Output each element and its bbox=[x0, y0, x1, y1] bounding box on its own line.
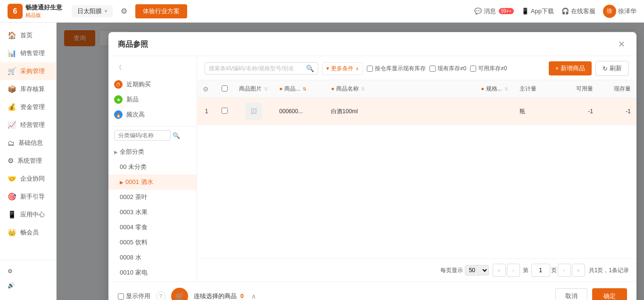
cat-item-0003[interactable]: 0003 水果 bbox=[108, 205, 197, 220]
cancel-button[interactable]: 取消 bbox=[555, 288, 587, 300]
row-checkbox[interactable] bbox=[222, 108, 228, 114]
sidebar-item-basic[interactable]: 🗂 基础信息 bbox=[0, 134, 56, 152]
th-avail: 可用量 bbox=[552, 80, 599, 98]
messages-button[interactable]: 💬 消息 99++ bbox=[474, 7, 514, 16]
cell-spec bbox=[475, 98, 514, 125]
cat-item-all[interactable]: ▶ 全部分类 bbox=[108, 144, 197, 159]
sidebar-item-purchase[interactable]: 🛒 采购管理 bbox=[0, 62, 56, 80]
page-prev-button[interactable]: ‹ bbox=[507, 264, 520, 277]
page-first-button[interactable]: « bbox=[493, 264, 506, 277]
product-image: 🖼 bbox=[245, 103, 262, 120]
user-profile[interactable]: 徐 徐泽华 bbox=[603, 5, 636, 18]
product-search-button[interactable]: 🔍 bbox=[306, 65, 314, 72]
refresh-button[interactable]: ↻ 刷新 bbox=[595, 61, 629, 76]
product-search-input[interactable] bbox=[209, 65, 303, 72]
message-icon: 💬 bbox=[474, 8, 482, 15]
cart-button[interactable]: 🛒 bbox=[171, 288, 188, 300]
page-size-select-input[interactable]: 50 10 20 100 bbox=[465, 265, 489, 275]
th-spec: ● 规格... ⇅ bbox=[475, 80, 514, 98]
table-settings-button[interactable]: ⚙ bbox=[203, 85, 209, 93]
warehouse-display-checkbox[interactable]: 按仓库显示现有库存 bbox=[367, 65, 426, 73]
modal-footer: 显示停用 ? 🛒 连续选择的商品 0 ∧ 取消 确定 bbox=[108, 282, 636, 300]
avail-ne0-checkbox[interactable]: 可用库存≠0 bbox=[470, 65, 507, 73]
avail-ne0-input[interactable] bbox=[470, 66, 476, 72]
quick-item-recent[interactable]: ⏱ 近期购买 bbox=[108, 77, 197, 92]
sidebar-item-inventory[interactable]: 📦 库存核算 bbox=[0, 80, 56, 98]
sidebar-item-sales[interactable]: 📊 销售管理 bbox=[0, 44, 56, 62]
page-next-button[interactable]: › bbox=[558, 264, 571, 277]
sidebar-volume-btn[interactable]: 🔊 bbox=[0, 278, 56, 292]
settings-button[interactable]: ⚙ bbox=[116, 4, 132, 19]
cat-item-0002[interactable]: 0002 茶叶 bbox=[108, 190, 197, 205]
headset-icon: 🎧 bbox=[561, 8, 569, 15]
top-nav: 6 畅捷通好生意 精品版 日太阳膜 ▾ ⚙ 体验行业方案 💬 消息 99++ 📱… bbox=[0, 0, 644, 23]
cell-name: 白酒100ml bbox=[325, 98, 475, 125]
category-search-button[interactable]: 🔍 bbox=[173, 132, 180, 139]
trial-button[interactable]: 体验行业方案 bbox=[135, 4, 187, 18]
user-avatar: 徐 bbox=[603, 5, 616, 18]
th-image: 商品图片 ⇅ bbox=[233, 80, 273, 98]
help-button[interactable]: ? bbox=[156, 292, 165, 300]
cart-count-badge: 0 bbox=[240, 292, 244, 300]
nav-dropdown[interactable]: 日太阳膜 ▾ bbox=[72, 5, 113, 17]
cell-code: 000600... bbox=[273, 98, 325, 125]
page-last-button[interactable]: » bbox=[572, 264, 585, 277]
sidebar-settings-btn[interactable]: ⚙ bbox=[0, 264, 56, 278]
new-icon: ★ bbox=[114, 95, 123, 104]
warehouse-checkbox-input[interactable] bbox=[367, 66, 373, 72]
home-icon: 🏠 bbox=[8, 31, 17, 40]
online-service-button[interactable]: 🎧 在线客服 bbox=[561, 7, 595, 16]
add-product-button[interactable]: + 新增商品 bbox=[549, 61, 592, 75]
modal-title: 商品参照 bbox=[118, 40, 148, 50]
cat-item-0005[interactable]: 0005 饮料 bbox=[108, 235, 197, 250]
logo-text: 畅捷通好生意 精品版 bbox=[25, 3, 62, 19]
page-number-input[interactable] bbox=[531, 264, 550, 277]
show-disabled-input[interactable] bbox=[118, 293, 124, 300]
sidebar: 🏠 首页 📊 销售管理 🛒 采购管理 📦 库存核算 💰 资金管理 📈 经营管理 … bbox=[0, 23, 57, 300]
sidebar-item-collab[interactable]: 🤝 企业协同 bbox=[0, 170, 56, 188]
sidebar-item-home[interactable]: 🏠 首页 bbox=[0, 26, 56, 44]
modal-close-button[interactable]: ✕ bbox=[616, 39, 627, 50]
table-row[interactable]: 1 🖼 000600... 白酒100ml bbox=[197, 98, 636, 125]
footer-collapse-button[interactable]: ∧ bbox=[251, 292, 256, 300]
sort-image-icon: ⇅ bbox=[264, 86, 268, 92]
confirm-button[interactable]: 确定 bbox=[592, 288, 627, 300]
app-download-button[interactable]: 📱 App下载 bbox=[521, 7, 554, 16]
sidebar-item-operations[interactable]: 📈 经营管理 bbox=[0, 116, 56, 134]
th-code: ● 商品... ⇅ bbox=[273, 80, 325, 98]
more-filters-button[interactable]: ▾ 更多条件 ∧ bbox=[322, 62, 363, 75]
phone-icon: 📱 bbox=[521, 8, 529, 15]
member-icon: 👑 bbox=[8, 228, 17, 237]
guide-icon: 🎯 bbox=[8, 192, 17, 201]
purchase-icon: 🛒 bbox=[8, 67, 17, 75]
cat-item-0001[interactable]: ▶ 0001 酒水 bbox=[108, 175, 197, 190]
modal-body: 《 ⏱ 近期购买 ★ 新品 🔥 bbox=[108, 56, 636, 282]
pagination-bar: 每页显示 50 10 20 100 « ‹ 第 bbox=[197, 258, 636, 282]
sidebar-item-guide[interactable]: 🎯 新手引导 bbox=[0, 188, 56, 206]
refresh-icon: ↻ bbox=[603, 65, 608, 72]
cat-item-00[interactable]: 00 未分类 bbox=[108, 159, 197, 175]
sidebar-item-system[interactable]: ⚙ 系统管理 bbox=[0, 152, 56, 170]
apps-icon: 📱 bbox=[8, 210, 17, 219]
quick-item-new[interactable]: ★ 新品 bbox=[108, 92, 197, 107]
collab-icon: 🤝 bbox=[8, 175, 17, 183]
category-search-input[interactable] bbox=[114, 130, 171, 141]
cat-item-0010[interactable]: 0010 家电 bbox=[108, 265, 197, 280]
quick-access-section: ⏱ 近期购买 ★ 新品 🔥 频次高 bbox=[108, 75, 197, 124]
collapse-category-button[interactable]: 《 bbox=[114, 63, 124, 72]
stock-ne0-checkbox[interactable]: 现有库存≠0 bbox=[429, 65, 466, 73]
category-divider bbox=[108, 126, 197, 126]
quick-item-frequent[interactable]: 🔥 频次高 bbox=[108, 107, 197, 122]
cat-item-0008[interactable]: 0008 水 bbox=[108, 250, 197, 265]
sidebar-item-finance[interactable]: 💰 资金管理 bbox=[0, 98, 56, 116]
cat-item-0004[interactable]: 0004 零食 bbox=[108, 220, 197, 235]
select-all-checkbox[interactable] bbox=[222, 85, 228, 92]
sidebar-item-member[interactable]: 👑 畅会员 bbox=[0, 224, 56, 242]
page-info: 共1页，1条记录 bbox=[589, 267, 629, 275]
frequent-icon: 🔥 bbox=[114, 110, 123, 119]
sidebar-item-apps[interactable]: 📱 应用中心 bbox=[0, 206, 56, 224]
stock-ne0-input[interactable] bbox=[429, 66, 436, 72]
dropdown-arrow-icon: ▾ bbox=[105, 8, 107, 14]
show-disabled-checkbox[interactable]: 显示停用 bbox=[118, 292, 150, 300]
modal-header: 商品参照 ✕ bbox=[108, 32, 636, 56]
